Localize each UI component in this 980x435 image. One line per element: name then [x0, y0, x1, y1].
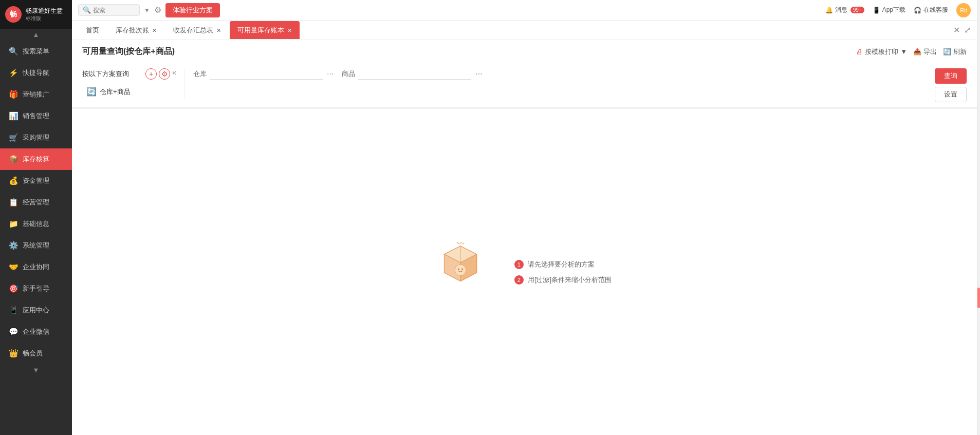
page-header: 可用量查询(按仓库+商品) 🖨 按模板打印 ▼ 📤 导出 🔄 刷新	[72, 40, 977, 63]
search-input[interactable]	[93, 7, 134, 14]
cart-icon: 🛒	[8, 133, 19, 142]
crown-icon: 👑	[8, 349, 19, 358]
chart-icon: 📊	[8, 111, 19, 121]
mobile-icon: 📱	[8, 306, 19, 315]
sidebar-item-basic[interactable]: 📁 基础信息	[0, 213, 72, 235]
manage-scheme-btn[interactable]: ⚙	[159, 68, 170, 80]
scheme-header: 按以下方案查询 + ⚙ «	[82, 68, 176, 80]
export-label: 导出	[923, 47, 937, 56]
empty-state: 1 请先选择要分析的方案 2 用[过滤]条件来缩小分析范围	[72, 109, 977, 435]
search-icon: 🔍	[83, 6, 91, 14]
tab-batch-account[interactable]: 库存批次账 ✕	[108, 21, 164, 39]
print-label: 按模板打印	[865, 47, 898, 56]
query-btn[interactable]: 查询	[935, 68, 967, 84]
handshake-icon: 🤝	[8, 262, 19, 272]
clipboard-icon: 📋	[8, 198, 19, 207]
tab-collect-total[interactable]: 收发存汇总表 ✕	[165, 21, 229, 39]
sidebar-item-label: 采购管理	[23, 133, 49, 142]
dropdown-chevron-icon: ▼	[900, 48, 907, 55]
money-icon: 💰	[8, 176, 19, 185]
sidebar-nav: ▲ 🔍 搜索菜单 ⚡ 快捷导航 🎁 营销推广 📊 销售管理 🛒 采购管理 📦 库…	[0, 29, 72, 435]
export-btn[interactable]: 📤 导出	[913, 47, 937, 56]
collapse-icon[interactable]: «	[172, 68, 176, 80]
trial-btn[interactable]: 体验行业方案	[165, 3, 220, 17]
warehouse-input[interactable]	[210, 68, 323, 80]
tab-label: 库存批次账	[116, 26, 149, 35]
product-input[interactable]	[358, 68, 471, 80]
filter-field-product: 商品 ···	[342, 68, 482, 80]
tab-close-all-btn[interactable]: ✕	[953, 25, 960, 35]
sidebar-item-label: 系统管理	[23, 241, 49, 250]
sidebar-item-system[interactable]: ⚙️ 系统管理	[0, 235, 72, 256]
refresh-label: 刷新	[953, 47, 967, 56]
step1-num: 1	[514, 260, 524, 269]
app-logo: 畅	[5, 6, 22, 23]
print-template-btn[interactable]: 🖨 按模板打印 ▼	[856, 47, 907, 56]
warehouse-more-icon[interactable]: ···	[327, 69, 334, 79]
headset-icon: 🎧	[914, 7, 921, 14]
sidebar-item-guide[interactable]: 🎯 新手引导	[0, 278, 72, 299]
right-scrollbar[interactable]	[977, 0, 980, 435]
sidebar-item-label: 营销推广	[23, 90, 49, 99]
filter-area: 按以下方案查询 + ⚙ « 🔄 仓库+商品 仓库 ···	[72, 63, 977, 108]
scrollbar-thumb[interactable]	[977, 288, 980, 308]
sidebar-item-finance[interactable]: 💰 资金管理	[0, 170, 72, 192]
topbar-search-box[interactable]: 🔍	[78, 4, 140, 16]
step2-text: 用[过滤]条件来缩小分析范围	[528, 275, 612, 285]
gear-icon: ⚙️	[8, 241, 19, 250]
flash-icon: ⚡	[8, 68, 19, 78]
sidebar-item-label: 企业微信	[23, 327, 49, 336]
tab-available-ledger[interactable]: 可用量库存账本 ✕	[230, 21, 300, 39]
bell-icon: 🔔	[825, 7, 833, 14]
sidebar: 畅 畅康通好生意 标准版 ▲ 🔍 搜索菜单 ⚡ 快捷导航 🎁 营销推广 📊 销售…	[0, 0, 72, 435]
tab-close-icon[interactable]: ✕	[152, 28, 157, 33]
sidebar-item-operations[interactable]: 📋 经营管理	[0, 192, 72, 213]
sidebar-item-search[interactable]: 🔍 搜索菜单	[0, 41, 72, 62]
tab-home[interactable]: 首页	[78, 21, 107, 39]
sidebar-item-label: 销售管理	[23, 111, 49, 121]
filter-settings-btn[interactable]: 设置	[935, 87, 967, 102]
scheme-item-warehouse-product[interactable]: 🔄 仓库+商品	[82, 84, 176, 100]
product-more-icon[interactable]: ···	[475, 69, 482, 79]
sidebar-item-membership[interactable]: 👑 畅会员	[0, 343, 72, 364]
scheme-actions: + ⚙ «	[145, 68, 176, 80]
sidebar-item-label: 畅会员	[23, 349, 43, 358]
app-title: 畅康通好生意 标准版	[26, 7, 63, 23]
sidebar-item-shortcut[interactable]: ⚡ 快捷导航	[0, 62, 72, 84]
sidebar-item-app-center[interactable]: 📱 应用中心	[0, 299, 72, 321]
add-scheme-btn[interactable]: +	[145, 68, 157, 80]
settings-icon[interactable]: ⚙	[154, 5, 161, 15]
user-initial: Rit	[960, 7, 967, 13]
tab-expand-btn[interactable]: ⤢	[964, 25, 971, 35]
scheme-label: 按以下方案查询	[82, 69, 129, 79]
app-download-btn[interactable]: 📱 App下载	[873, 6, 905, 14]
tab-bar: 首页 库存批次账 ✕ 收发存汇总表 ✕ 可用量库存账本 ✕ ✕ ⤢	[72, 21, 977, 40]
tabs-right-actions: ✕ ⤢	[953, 25, 971, 35]
sidebar-item-enterprise[interactable]: 🤝 企业协同	[0, 256, 72, 278]
sidebar-item-marketing[interactable]: 🎁 营销推广	[0, 84, 72, 105]
empty-step2: 2 用[过滤]条件来缩小分析范围	[514, 275, 612, 285]
refresh-icon: 🔄	[943, 48, 951, 55]
tab-close-icon[interactable]: ✕	[216, 28, 221, 33]
step1-text: 请先选择要分析的方案	[528, 260, 595, 269]
refresh-btn[interactable]: 🔄 刷新	[943, 47, 967, 56]
scroll-down-btn[interactable]: ▼	[0, 364, 72, 376]
sidebar-item-label: 企业协同	[23, 262, 49, 272]
sidebar-item-inventory[interactable]: 📦 库存核算	[0, 148, 72, 170]
sidebar-item-sales[interactable]: 📊 销售管理	[0, 105, 72, 127]
sidebar-item-enterprise-wx[interactable]: 💬 企业微信	[0, 321, 72, 343]
sidebar-item-label: 资金管理	[23, 176, 49, 185]
target-icon: 🎯	[8, 284, 19, 293]
avatar[interactable]: Rit	[956, 3, 971, 17]
search-icon: 🔍	[8, 47, 19, 56]
scroll-up-btn[interactable]: ▲	[0, 29, 72, 41]
notification-label: 消息	[835, 6, 847, 14]
dropdown-icon[interactable]: ▼	[144, 7, 150, 14]
sidebar-item-label: 库存核算	[23, 155, 49, 164]
filter-field-warehouse: 仓库 ···	[193, 68, 334, 80]
notification-btn[interactable]: 🔔 消息 99+	[825, 6, 864, 14]
online-service-btn[interactable]: 🎧 在线客服	[914, 6, 948, 14]
sidebar-item-purchase[interactable]: 🛒 采购管理	[0, 127, 72, 148]
tab-close-icon[interactable]: ✕	[287, 28, 292, 33]
content-area: 可用量查询(按仓库+商品) 🖨 按模板打印 ▼ 📤 导出 🔄 刷新	[72, 40, 977, 435]
